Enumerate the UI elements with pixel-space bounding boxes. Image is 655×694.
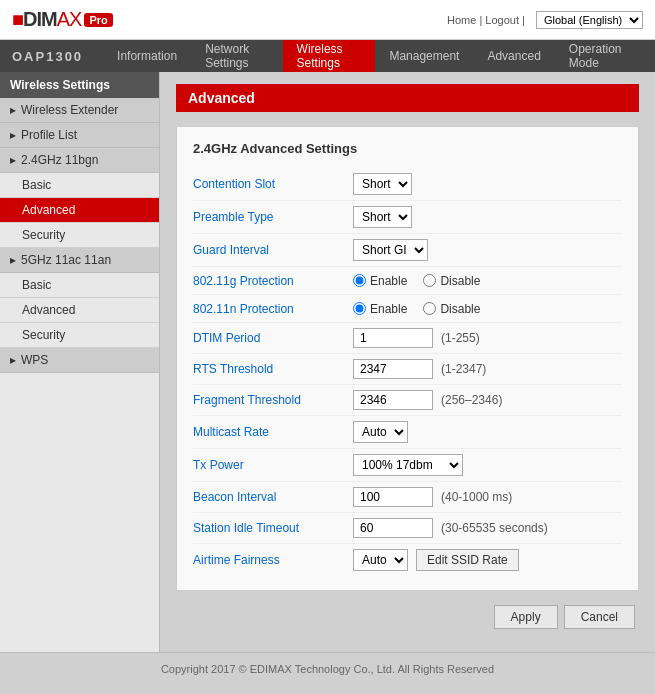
control-fragment-threshold: (256–2346): [353, 390, 622, 410]
radio-input-80211g-disable[interactable]: [423, 274, 436, 287]
row-dtim-period: DTIM Period (1-255): [193, 323, 622, 354]
control-beacon-interval: (40-1000 ms): [353, 487, 622, 507]
language-select[interactable]: Global (English): [536, 11, 643, 29]
label-beacon-interval: Beacon Interval: [193, 490, 353, 504]
radio-80211g-enable[interactable]: Enable: [353, 274, 407, 288]
apply-button[interactable]: Apply: [494, 605, 558, 629]
input-station-idle-timeout[interactable]: [353, 518, 433, 538]
sidebar-label: Profile List: [21, 128, 77, 142]
hint-beacon-interval: (40-1000 ms): [441, 490, 512, 504]
arrow-icon: ▸: [10, 103, 16, 117]
device-navbar: OAP1300 Information Network Settings Wir…: [0, 40, 655, 72]
sidebar-item-5-security[interactable]: Security: [0, 323, 159, 348]
input-beacon-interval[interactable]: [353, 487, 433, 507]
arrow-icon: ▸: [10, 353, 16, 367]
row-preamble-type: Preamble Type Short Long: [193, 201, 622, 234]
sidebar-item-24-security[interactable]: Security: [0, 223, 159, 248]
row-beacon-interval: Beacon Interval (40-1000 ms): [193, 482, 622, 513]
row-rts-threshold: RTS Threshold (1-2347): [193, 354, 622, 385]
sidebar-label: 2.4GHz 11bgn: [21, 153, 98, 167]
tab-wireless-settings[interactable]: Wireless Settings: [283, 40, 376, 72]
logo-pro-badge: Pro: [84, 13, 112, 27]
control-dtim-period: (1-255): [353, 328, 622, 348]
sidebar-label: Basic: [22, 278, 51, 292]
logout-link[interactable]: Logout: [485, 14, 519, 26]
sidebar-item-5ghz[interactable]: ▸ 5GHz 11ac 11an: [0, 248, 159, 273]
input-rts-threshold[interactable]: [353, 359, 433, 379]
row-guard-interval: Guard Interval Short GI Long GI: [193, 234, 622, 267]
select-preamble-type[interactable]: Short Long: [353, 206, 412, 228]
select-contention-slot[interactable]: Short Long: [353, 173, 412, 195]
main-layout: Wireless Settings ▸ Wireless Extender ▸ …: [0, 72, 655, 652]
control-contention-slot: Short Long: [353, 173, 622, 195]
label-80211n-protection: 802.11n Protection: [193, 302, 353, 316]
tab-information[interactable]: Information: [103, 40, 191, 72]
sidebar-label: WPS: [21, 353, 48, 367]
tab-management[interactable]: Management: [375, 40, 473, 72]
sidebar-label: 5GHz 11ac 11an: [21, 253, 111, 267]
sep2: |: [522, 14, 528, 26]
sidebar-label: Security: [22, 328, 65, 342]
radio-input-80211n-enable[interactable]: [353, 302, 366, 315]
arrow-icon: ▸: [10, 128, 16, 142]
settings-panel: 2.4GHz Advanced Settings Contention Slot…: [176, 126, 639, 591]
cancel-button[interactable]: Cancel: [564, 605, 635, 629]
input-fragment-threshold[interactable]: [353, 390, 433, 410]
header-links: Home | Logout | Global (English): [447, 11, 643, 29]
radio-80211n-disable[interactable]: Disable: [423, 302, 480, 316]
content-area: Advanced 2.4GHz Advanced Settings Conten…: [160, 72, 655, 652]
nav-tabs: Information Network Settings Wireless Se…: [103, 40, 643, 72]
panel-title: 2.4GHz Advanced Settings: [193, 141, 622, 156]
row-station-idle-timeout: Station Idle Timeout (30-65535 seconds): [193, 513, 622, 544]
radio-80211g-disable[interactable]: Disable: [423, 274, 480, 288]
sidebar-item-wireless-extender[interactable]: ▸ Wireless Extender: [0, 98, 159, 123]
sidebar-label: Security: [22, 228, 65, 242]
sidebar-item-5-basic[interactable]: Basic: [0, 273, 159, 298]
control-tx-power: 100% 17dbm: [353, 454, 622, 476]
tab-network-settings[interactable]: Network Settings: [191, 40, 282, 72]
row-80211n-protection: 802.11n Protection Enable Disable: [193, 295, 622, 323]
arrow-icon: ▸: [10, 153, 16, 167]
label-rts-threshold: RTS Threshold: [193, 362, 353, 376]
hint-fragment-threshold: (256–2346): [441, 393, 502, 407]
sidebar-item-24ghz[interactable]: ▸ 2.4GHz 11bgn: [0, 148, 159, 173]
arrow-icon: ▸: [10, 253, 16, 267]
row-airtime-fairness: Airtime Fairness Auto Edit SSID Rate: [193, 544, 622, 576]
hint-station-idle-timeout: (30-65535 seconds): [441, 521, 548, 535]
sidebar-item-profile-list[interactable]: ▸ Profile List: [0, 123, 159, 148]
radio-input-80211g-enable[interactable]: [353, 274, 366, 287]
action-row: Apply Cancel: [176, 605, 639, 629]
sidebar-title: Wireless Settings: [0, 72, 159, 98]
device-name: OAP1300: [12, 49, 83, 64]
label-airtime-fairness: Airtime Fairness: [193, 553, 353, 567]
select-guard-interval[interactable]: Short GI Long GI: [353, 239, 428, 261]
row-tx-power: Tx Power 100% 17dbm: [193, 449, 622, 482]
tab-operation-mode[interactable]: Operation Mode: [555, 40, 643, 72]
label-station-idle-timeout: Station Idle Timeout: [193, 521, 353, 535]
label-tx-power: Tx Power: [193, 458, 353, 472]
sidebar-item-5-advanced[interactable]: Advanced: [0, 298, 159, 323]
label-guard-interval: Guard Interval: [193, 243, 353, 257]
sidebar-label: Basic: [22, 178, 51, 192]
control-preamble-type: Short Long: [353, 206, 622, 228]
hint-dtim-period: (1-255): [441, 331, 480, 345]
select-tx-power[interactable]: 100% 17dbm: [353, 454, 463, 476]
home-link[interactable]: Home: [447, 14, 476, 26]
select-multicast-rate[interactable]: Auto: [353, 421, 408, 443]
control-80211g-protection: Enable Disable: [353, 274, 622, 288]
tab-advanced[interactable]: Advanced: [473, 40, 554, 72]
input-dtim-period[interactable]: [353, 328, 433, 348]
sidebar-item-wps[interactable]: ▸ WPS: [0, 348, 159, 373]
control-guard-interval: Short GI Long GI: [353, 239, 622, 261]
label-fragment-threshold: Fragment Threshold: [193, 393, 353, 407]
sidebar-label: Advanced: [22, 203, 75, 217]
radio-input-80211n-disable[interactable]: [423, 302, 436, 315]
sidebar-item-24-basic[interactable]: Basic: [0, 173, 159, 198]
label-80211g-protection: 802.11g Protection: [193, 274, 353, 288]
radio-80211n-enable[interactable]: Enable: [353, 302, 407, 316]
sidebar: Wireless Settings ▸ Wireless Extender ▸ …: [0, 72, 160, 652]
edit-ssid-rate-button[interactable]: Edit SSID Rate: [416, 549, 519, 571]
select-airtime-fairness[interactable]: Auto: [353, 549, 408, 571]
footer-text: Copyright 2017 © EDIMAX Technology Co., …: [161, 663, 494, 675]
sidebar-item-24-advanced[interactable]: Advanced: [0, 198, 159, 223]
